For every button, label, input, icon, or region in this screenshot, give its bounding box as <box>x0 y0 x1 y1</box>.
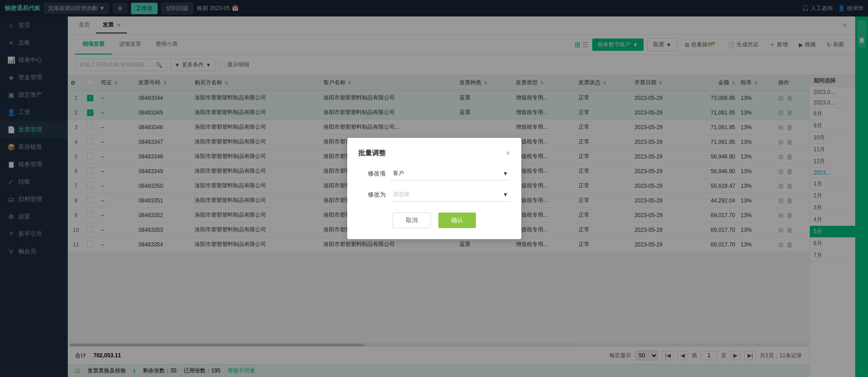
modal-header: 批量调整 × <box>358 149 510 158</box>
modify-to-arrow: ▼ <box>503 191 508 198</box>
modify-field-arrow: ▼ <box>503 170 508 177</box>
modal-close-btn[interactable]: × <box>506 149 510 158</box>
batch-adjust-modal: 批量调整 × 修改项 客户 ▼ 修改为 请选择 ▼ 取消 确认 <box>347 138 521 239</box>
modify-field-select[interactable]: 客户 ▼ <box>391 167 510 180</box>
modify-to-row: 修改为 请选择 ▼ <box>358 188 510 202</box>
modal-footer: 取消 确认 <box>358 213 510 228</box>
modify-field-label: 修改项 <box>358 169 386 178</box>
modal-overlay[interactable]: 批量调整 × 修改项 客户 ▼ 修改为 请选择 ▼ 取消 确认 <box>0 0 868 377</box>
modal-title: 批量调整 <box>358 149 386 158</box>
modify-field-row: 修改项 客户 ▼ <box>358 167 510 180</box>
cancel-btn[interactable]: 取消 <box>393 213 431 228</box>
modify-to-label: 修改为 <box>358 191 386 199</box>
modify-field-value: 客户 <box>393 169 404 177</box>
confirm-btn[interactable]: 确认 <box>438 213 476 228</box>
modify-to-select[interactable]: 请选择 ▼ <box>391 188 510 202</box>
modify-to-placeholder: 请选择 <box>393 191 409 198</box>
